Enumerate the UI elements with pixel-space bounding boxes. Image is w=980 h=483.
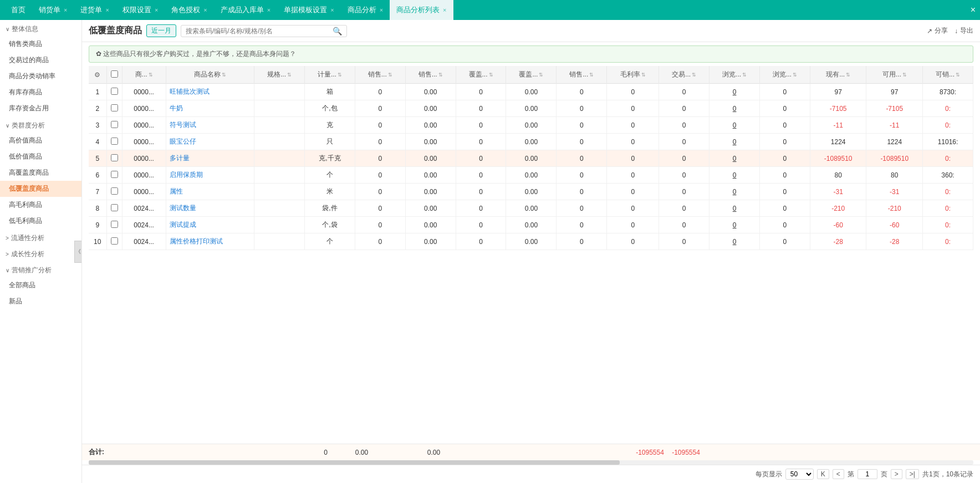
close-purchase-tab-icon[interactable]: ×	[105, 7, 109, 13]
nav-tab-analysis-list[interactable]: 商品分析列表 ×	[390, 0, 453, 20]
row-name[interactable]: 属性价格打印测试	[166, 233, 254, 250]
row-stock2: -11	[866, 117, 923, 134]
row-checkbox[interactable]	[106, 134, 122, 150]
nav-tab-home[interactable]: 首页	[4, 0, 32, 20]
sidebar-item-high-coverage[interactable]: 高覆盖度商品	[0, 165, 81, 181]
close-all-tabs-icon[interactable]: ×	[971, 5, 976, 15]
row-browse2: 0	[760, 117, 810, 134]
sidebar-collapse-button[interactable]: 《	[74, 241, 82, 263]
row-checkbox[interactable]	[106, 100, 122, 117]
close-analysis-list-tab-icon[interactable]: ×	[443, 7, 446, 13]
row-cov1: 0	[456, 117, 506, 134]
sidebar-section-growth[interactable]: > 成长性分析	[0, 245, 81, 261]
sidebar-item-in-stock-goods[interactable]: 有库存商品	[0, 84, 81, 100]
close-inbound-tab-icon[interactable]: ×	[267, 7, 270, 13]
column-header-browse2[interactable]: 浏览...⇅	[760, 66, 810, 84]
column-header-stock3[interactable]: 可销...⇅	[923, 66, 973, 84]
sidebar-item-high-margin[interactable]: 高毛利商品	[0, 197, 81, 213]
settings-icon[interactable]: ⚙	[94, 71, 100, 79]
nav-tab-analysis[interactable]: 商品分析 ×	[341, 0, 390, 20]
sidebar-section-overall[interactable]: ∨ 整体信息	[0, 20, 81, 36]
sidebar-item-category-turnover[interactable]: 商品分类动销率	[0, 68, 81, 84]
column-header-cov1[interactable]: 覆盖...⇅	[456, 66, 506, 84]
column-header-gross[interactable]: 毛利率⇅	[607, 66, 659, 84]
row-sales-qty: 0	[355, 184, 405, 200]
column-header-stock1[interactable]: 现有...⇅	[810, 66, 866, 84]
column-header-sales3[interactable]: 销售...⇅	[557, 66, 607, 84]
sidebar-section-liquidity[interactable]: > 流通性分析	[0, 229, 81, 245]
last-page-button[interactable]: >|	[906, 469, 919, 479]
row-name[interactable]: 多计量	[166, 150, 254, 167]
sidebar-section-marketing[interactable]: ∨ 营销推广分析	[0, 261, 81, 277]
share-button[interactable]: ↗ 分享	[927, 26, 948, 35]
filter-month-button[interactable]: 近一月	[146, 24, 176, 37]
column-header-gear[interactable]: ⚙	[89, 66, 106, 84]
nav-tab-sales[interactable]: 销货单 ×	[32, 0, 74, 20]
page-number-input[interactable]	[858, 469, 877, 479]
row-name[interactable]: 启用保质期	[166, 167, 254, 184]
row-name[interactable]: 眼宝公仔	[166, 134, 254, 150]
first-page-button[interactable]: K	[817, 469, 829, 479]
close-analysis-tab-icon[interactable]: ×	[380, 7, 383, 13]
column-label-code: 商...⇅	[135, 70, 153, 78]
close-sales-tab-icon[interactable]: ×	[64, 7, 67, 13]
nav-tab-permissions[interactable]: 权限设置 ×	[116, 0, 165, 20]
column-header-stock2[interactable]: 可用...⇅	[866, 66, 923, 84]
row-checkbox[interactable]	[106, 233, 122, 250]
sidebar-item-all-goods[interactable]: 全部商品	[0, 277, 81, 293]
search-input[interactable]	[186, 27, 333, 35]
row-unit: 克,千克	[304, 150, 355, 167]
row-checkbox[interactable]	[106, 184, 122, 200]
row-code: 0024...	[122, 233, 166, 250]
row-checkbox[interactable]	[106, 150, 122, 167]
row-checkbox[interactable]	[106, 84, 122, 100]
column-header-spec[interactable]: 规格...⇅	[254, 66, 305, 84]
row-checkbox[interactable]	[106, 167, 122, 184]
column-header-sales-amt[interactable]: 销售...⇅	[405, 66, 456, 84]
column-header-unit[interactable]: 计量...⇅	[304, 66, 355, 84]
sidebar-item-low-value[interactable]: 低价值商品	[0, 149, 81, 165]
row-name[interactable]: 测试数量	[166, 200, 254, 217]
sidebar-item-inventory-capital[interactable]: 库存资金占用	[0, 100, 81, 116]
sidebar-item-high-value[interactable]: 高价值商品	[0, 133, 81, 149]
close-permissions-tab-icon[interactable]: ×	[155, 7, 158, 13]
column-header-cov2[interactable]: 覆盖...⇅	[506, 66, 557, 84]
row-stock3: 0:	[923, 117, 973, 134]
sidebar-item-low-margin[interactable]: 低毛利商品	[0, 213, 81, 229]
column-header-name[interactable]: 商品名称⇅	[166, 66, 254, 84]
search-icon[interactable]: 🔍	[333, 27, 342, 35]
nav-tab-purchase[interactable]: 进货单 ×	[74, 0, 115, 20]
sidebar-item-traded-goods[interactable]: 交易过的商品	[0, 52, 81, 68]
column-header-sales-qty[interactable]: 销售...⇅	[355, 66, 405, 84]
column-header-browse1[interactable]: 浏览...⇅	[710, 66, 760, 84]
next-page-button[interactable]: >	[891, 469, 902, 479]
sidebar-item-sales-goods[interactable]: 销售类商品	[0, 36, 81, 52]
row-checkbox[interactable]	[106, 217, 122, 233]
row-name[interactable]: 属性	[166, 184, 254, 200]
row-name[interactable]: 旺辅批次测试	[166, 84, 254, 100]
row-browse2: 0	[760, 167, 810, 184]
sidebar-section-cluster[interactable]: ∨ 类群度分析	[0, 116, 81, 133]
page-size-select[interactable]: 50 100 200	[785, 469, 814, 480]
close-roles-tab-icon[interactable]: ×	[203, 7, 207, 13]
nav-tab-inbound[interactable]: 产成品入库单 ×	[214, 0, 277, 20]
nav-tab-template[interactable]: 单据模板设置 ×	[277, 0, 340, 20]
sidebar-item-low-coverage[interactable]: 低覆盖度商品	[0, 181, 81, 197]
row-name[interactable]: 符号测试	[166, 117, 254, 134]
horizontal-scrollbar[interactable]	[89, 460, 973, 465]
prev-page-button[interactable]: <	[833, 469, 844, 479]
row-checkbox[interactable]	[106, 200, 122, 217]
row-name[interactable]: 牛奶	[166, 100, 254, 117]
row-name[interactable]: 测试提成	[166, 217, 254, 233]
close-template-tab-icon[interactable]: ×	[330, 7, 334, 13]
row-cov1: 0	[456, 84, 506, 100]
export-button[interactable]: ↓ 导出	[955, 26, 973, 35]
row-checkbox[interactable]	[106, 117, 122, 134]
sidebar-item-new-goods[interactable]: 新品	[0, 293, 81, 309]
column-header-trans[interactable]: 交易...⇅	[659, 66, 710, 84]
nav-tab-roles[interactable]: 角色授权 ×	[165, 0, 213, 20]
row-browse1: 0	[710, 117, 760, 134]
select-all-checkbox[interactable]	[111, 70, 118, 78]
column-header-code[interactable]: 商...⇅	[122, 66, 166, 84]
search-box: 🔍	[181, 25, 347, 37]
